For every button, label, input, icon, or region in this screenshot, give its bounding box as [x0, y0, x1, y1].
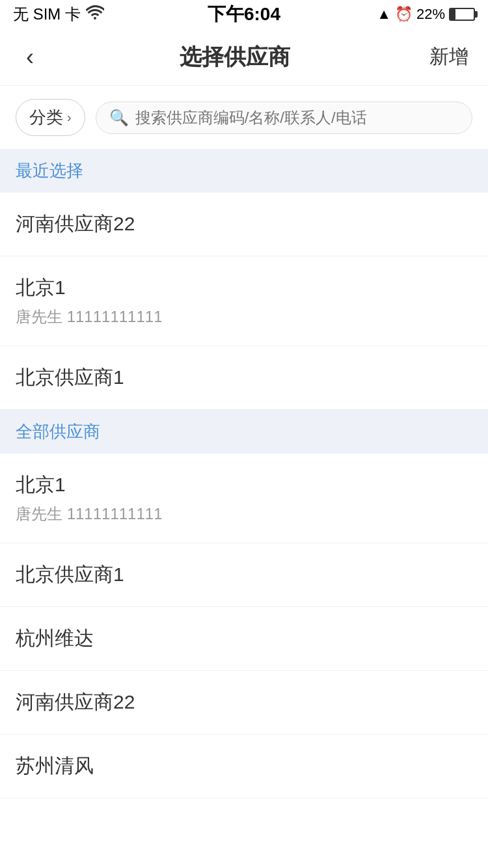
status-right: ▲ ⏰ 22%	[377, 6, 475, 23]
category-label: 分类	[29, 106, 63, 129]
all-list: 北京1 唐先生 11111111111 北京供应商1 杭州维达 河南供应商22 …	[0, 454, 488, 798]
status-bar: 无 SIM 卡 下午6:04 ▲ ⏰ 22%	[0, 0, 488, 29]
list-item[interactable]: 苏州清风	[0, 735, 488, 798]
list-item[interactable]: 河南供应商22	[0, 193, 488, 256]
list-item[interactable]: 杭州维达	[0, 607, 488, 671]
list-item[interactable]: 北京供应商1	[0, 346, 488, 410]
search-input[interactable]	[135, 109, 459, 127]
recent-list: 河南供应商22 北京1 唐先生 11111111111 北京供应商1	[0, 193, 488, 410]
recent-section-header: 最近选择	[0, 149, 488, 193]
battery-icon	[449, 8, 475, 21]
list-item[interactable]: 河南供应商22	[0, 671, 488, 735]
battery-label: 22%	[416, 6, 445, 23]
page-title: 选择供应商	[180, 42, 290, 72]
chevron-right-icon: ›	[67, 110, 72, 125]
all-section-header: 全部供应商	[0, 410, 488, 454]
wifi-icon	[86, 5, 104, 23]
status-left: 无 SIM 卡	[13, 4, 104, 25]
category-button[interactable]: 分类 ›	[16, 99, 85, 136]
carrier-label: 无 SIM 卡	[13, 4, 81, 25]
search-icon: 🔍	[109, 109, 129, 127]
filter-bar: 分类 › 🔍	[0, 86, 488, 149]
search-box[interactable]: 🔍	[96, 102, 472, 134]
nav-bar: ‹ 选择供应商 新增	[0, 29, 488, 86]
list-item[interactable]: 北京1 唐先生 11111111111	[0, 454, 488, 543]
alarm-icon: ⏰	[395, 6, 413, 23]
list-item[interactable]: 北京1 唐先生 11111111111	[0, 256, 488, 346]
location-icon: ▲	[377, 6, 391, 23]
status-time: 下午6:04	[208, 2, 280, 27]
list-item[interactable]: 北京供应商1	[0, 543, 488, 607]
add-button[interactable]: 新增	[429, 44, 468, 70]
back-button[interactable]: ‹	[20, 37, 40, 77]
